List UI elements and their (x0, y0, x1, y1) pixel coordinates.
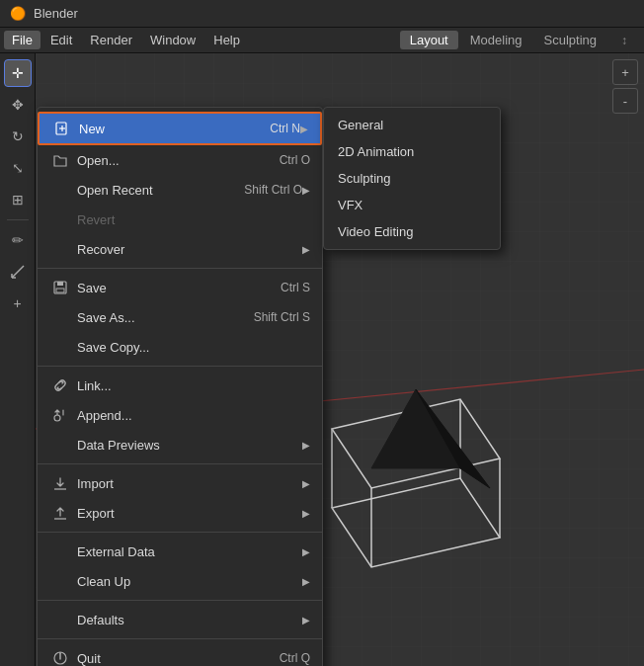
menu-item-new[interactable]: New Ctrl N ▶ (38, 112, 322, 145)
workspace-more[interactable]: ↕ (608, 31, 640, 50)
link-icon (49, 375, 71, 395)
menu-item-data-previews[interactable]: Data Previews ▶ (38, 430, 322, 459)
clean-up-icon (49, 571, 71, 591)
external-data-label: External Data (77, 544, 302, 559)
2d-animation-label: 2D Animation (338, 144, 414, 159)
menu-item-link[interactable]: Link... (38, 371, 322, 400)
tool-move[interactable]: ✥ (4, 91, 32, 119)
quit-label: Quit (77, 651, 270, 666)
menu-item-open-recent[interactable]: Open Recent Shift Ctrl O ▶ (38, 175, 322, 205)
separator-2 (38, 366, 322, 367)
new-submenu: General 2D Animation Sculpting VFX Video… (323, 107, 501, 250)
revert-label: Revert (77, 212, 310, 227)
menu-item-recover[interactable]: Recover ▶ (38, 234, 322, 264)
external-data-icon (49, 541, 71, 561)
menu-item-save[interactable]: Save Ctrl S (38, 273, 322, 302)
save-copy-label: Save Copy... (77, 340, 310, 355)
menu-item-open[interactable]: Open... Ctrl O (38, 145, 322, 175)
menu-item-external-data[interactable]: External Data ▶ (38, 537, 322, 566)
submenu-sculpting[interactable]: Sculpting (324, 165, 500, 192)
tool-scale[interactable]: ⤡ (4, 154, 32, 182)
data-previews-icon (49, 435, 71, 455)
menu-item-save-as[interactable]: Save As... Shift Ctrl S (38, 302, 322, 332)
save-shortcut: Ctrl S (281, 281, 310, 294)
external-data-arrow: ▶ (302, 546, 310, 557)
menu-item-import[interactable]: Import ▶ (38, 468, 322, 498)
open-label: Open... (77, 153, 270, 168)
new-arrow: ▶ (300, 124, 308, 134)
save-icon (49, 278, 71, 297)
export-label: Export (77, 506, 302, 521)
menu-item-revert: Revert (38, 205, 322, 234)
svg-rect-19 (57, 282, 63, 286)
open-recent-label: Open Recent (77, 183, 234, 198)
open-recent-arrow: ▶ (302, 185, 310, 196)
new-shortcut: Ctrl N (270, 122, 300, 135)
menu-help[interactable]: Help (205, 31, 248, 49)
menu-bar: File Edit Render Window Help Layout Mode… (0, 28, 644, 53)
app-title: Blender (34, 6, 78, 21)
data-previews-label: Data Previews (77, 438, 302, 453)
save-copy-icon (49, 337, 71, 357)
export-icon (49, 503, 71, 523)
menu-item-save-copy[interactable]: Save Copy... (38, 332, 322, 362)
viewport-zoom-in[interactable]: + (612, 59, 638, 85)
menu-item-append[interactable]: Append... (38, 400, 322, 430)
data-previews-arrow: ▶ (302, 440, 310, 451)
separator-3 (38, 463, 322, 464)
tool-annotate[interactable]: ✏ (4, 226, 32, 254)
video-editing-label: Video Editing (338, 224, 413, 239)
new-icon (51, 119, 73, 138)
menu-render[interactable]: Render (82, 31, 140, 49)
menu-item-quit[interactable]: Quit Ctrl Q (38, 643, 322, 666)
recover-icon (49, 239, 71, 259)
menu-file[interactable]: File (4, 31, 40, 49)
workspace-layout[interactable]: Layout (400, 31, 458, 49)
workspace-modeling[interactable]: Modeling (460, 31, 532, 49)
menu-window[interactable]: Window (142, 31, 203, 49)
separator-1 (38, 268, 322, 269)
tool-add[interactable]: + (4, 290, 32, 317)
menu-edit[interactable]: Edit (42, 31, 80, 49)
tool-transform[interactable]: ⊞ (4, 186, 32, 213)
export-arrow: ▶ (302, 508, 310, 519)
separator-5 (38, 600, 322, 601)
separator-6 (38, 638, 322, 639)
main-area: ✛ ✥ ↻ ⤡ ⊞ ✏ + (0, 53, 644, 666)
title-bar: 🟠 Blender (0, 0, 644, 28)
workspace-sculpting[interactable]: Sculpting (534, 31, 606, 49)
save-label: Save (77, 281, 271, 295)
defaults-label: Defaults (77, 613, 302, 627)
viewport-overlay: + - (612, 59, 638, 114)
submenu-general[interactable]: General (324, 112, 500, 138)
open-icon (49, 150, 71, 170)
tool-measure[interactable] (4, 258, 32, 286)
menu-item-defaults[interactable]: Defaults ▶ (38, 605, 322, 634)
tool-cursor[interactable]: ✛ (4, 59, 32, 87)
file-dropdown-menu: New Ctrl N ▶ Open... Ctrl O Open Recent … (37, 107, 323, 666)
append-label: Append... (77, 408, 310, 423)
left-toolbar: ✛ ✥ ↻ ⤡ ⊞ ✏ + (0, 53, 36, 666)
revert-icon (49, 209, 71, 229)
clean-up-label: Clean Up (77, 574, 302, 589)
recover-label: Recover (77, 242, 302, 257)
defaults-icon (49, 610, 71, 629)
vfx-label: VFX (338, 198, 362, 212)
tool-rotate[interactable]: ↻ (4, 123, 32, 150)
svg-line-0 (12, 266, 24, 278)
menu-item-export[interactable]: Export ▶ (38, 498, 322, 528)
recover-arrow: ▶ (302, 244, 310, 255)
svg-rect-20 (56, 289, 64, 292)
link-label: Link... (77, 378, 310, 393)
save-as-shortcut: Shift Ctrl S (254, 310, 310, 324)
submenu-2d-animation[interactable]: 2D Animation (324, 138, 500, 165)
menu-item-clean-up[interactable]: Clean Up ▶ (38, 566, 322, 596)
viewport-zoom-out[interactable]: - (612, 88, 638, 114)
new-label: New (79, 122, 260, 136)
submenu-vfx[interactable]: VFX (324, 192, 500, 218)
submenu-video-editing[interactable]: Video Editing (324, 218, 500, 245)
open-recent-shortcut: Shift Ctrl O (244, 183, 302, 197)
defaults-arrow: ▶ (302, 615, 310, 625)
separator-4 (38, 532, 322, 533)
clean-up-arrow: ▶ (302, 576, 310, 587)
